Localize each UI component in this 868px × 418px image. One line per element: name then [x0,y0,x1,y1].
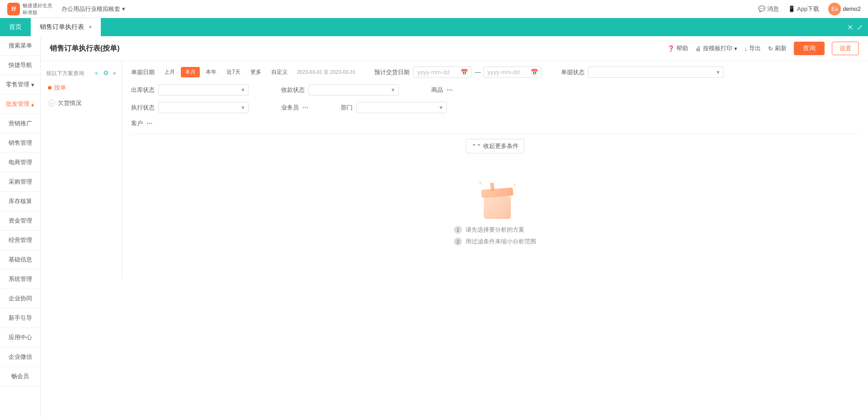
sidebar: 搜索菜单 快捷导航 零售管理 ▾ 批发管理 ▴ 营销推广 销售管理 电商管理 采… [0,36,41,418]
empty-steps: 1 请先选择要分析的方案 2 用过滤条件来缩小分析范围 [454,226,536,246]
sidebar-item-member[interactable]: 畅会员 [0,367,40,386]
empty-state: 1 请先选择要分析的方案 2 用过滤条件来缩小分析范围 [131,153,859,273]
filter-row-4: 客户 ··· [131,119,859,128]
filter-row-3: 执行状态 ▾ 业务员 ··· 部门 ▾ [131,102,859,113]
date-dash: — [475,69,481,76]
page-title: 销售订单执行表(按单) [50,44,120,53]
user-name: demo2 [843,5,861,12]
sidebar-item-new-guide[interactable]: 新手引导 [0,309,40,328]
expand-window-icon[interactable]: ⤢ [857,23,863,32]
user-profile[interactable]: Ea demo2 [828,3,861,15]
help-icon: ❓ [667,45,675,52]
date-tab-last-month[interactable]: 上月 [160,67,179,77]
sidebar-item-ecommerce[interactable]: 电商管理 [0,153,40,172]
chevron-down-icon: ▾ [31,81,34,88]
payment-select[interactable]: ▾ [308,84,399,95]
sidebar-item-wholesale-mgmt[interactable]: 批发管理 ▴ [0,95,40,114]
exec-status-select[interactable]: ▾ [158,102,249,113]
add-scheme-icon[interactable]: ＋ [93,69,99,77]
help-btn[interactable]: ❓ 帮助 [667,44,688,52]
sidebar-item-retail-mgmt[interactable]: 零售管理 ▾ [0,75,40,95]
salesman-dots-btn[interactable]: ··· [302,104,308,112]
calendar-end-icon: 📅 [531,69,538,76]
tab-sales-exec[interactable]: 销售订单执行表 × [31,18,101,36]
date-tab-more[interactable]: 更多 [246,67,265,77]
chevron-down-icon: ▾ [122,5,125,12]
sidebar-item-finance[interactable]: 资金管理 [0,211,40,231]
collapse-panel-icon[interactable]: « [113,69,116,77]
sidebar-item-inventory[interactable]: 库存核算 [0,192,40,211]
empty-step-2: 2 用过滤条件来缩小分析范围 [454,238,536,246]
filter-date-label: 单据日期 [131,68,155,76]
date-input-group: yyyy-mm-dd 📅 — yyyy-mm-dd 📅 [413,66,542,78]
date-tab-custom[interactable]: 自定义 [267,67,292,77]
filter-goods: 商品 ··· [431,86,453,94]
filter-row-1: 单据日期 上月 本月 本年 近7天 更多 自定义 2023-03-01 至 20… [131,66,859,78]
main-layout: 搜索菜单 快捷导航 零售管理 ▾ 批发管理 ▴ 营销推广 销售管理 电商管理 采… [0,36,868,418]
sidebar-item-sales-mgmt[interactable]: 销售管理 [0,133,40,153]
sidebar-item-app-center[interactable]: 应用中心 [0,328,40,347]
close-window-icon[interactable]: ✕ [847,23,853,32]
date-tab-this-month[interactable]: 本月 [181,67,200,77]
app-download-btn[interactable]: 📱 App下载 [788,5,819,13]
left-panel-header: 按以下方案查询 ＋ ⚙ « [41,66,122,80]
content-area: 销售订单执行表(按单) ❓ 帮助 🖨 按模板打印 ▾ ↓ 导出 ↻ 刷新 [41,36,868,418]
setting-button[interactable]: 设置 [832,42,859,55]
active-dot-icon [48,86,52,90]
tab-home[interactable]: 首页 [0,18,31,36]
scheme-by-order[interactable]: 按单 [41,80,122,95]
sidebar-item-enterprise-wechat[interactable]: 企业微信 [0,347,40,367]
sidebar-item-quick-nav[interactable]: 快捷导航 [0,56,40,75]
query-button[interactable]: 查询 [794,42,825,55]
date-tab-this-year[interactable]: 本年 [202,67,221,77]
chevron-up-icon: ▴ [31,101,34,108]
collapse-row: ⌃⌃ 收起更多条件 [131,139,859,153]
sidebar-item-sys-mgmt[interactable]: 系统管理 [0,270,40,289]
mobile-icon: 📱 [788,5,795,12]
left-panel-icons: ＋ ⚙ « [93,69,116,77]
sidebar-item-basic-info[interactable]: 基础信息 [0,250,40,270]
close-tab-icon[interactable]: × [89,24,92,30]
refresh-btn[interactable]: ↻ 刷新 [768,44,787,52]
filter-salesman: 业务员 ··· [281,104,308,112]
refresh-icon: ↻ [768,45,773,52]
sidebar-item-ops[interactable]: 经营管理 [0,231,40,250]
filter-status: 单据状态 ▾ [561,66,724,78]
filter-outbound: 出库状态 ▾ [131,84,249,95]
goods-dots-btn[interactable]: ··· [447,86,453,94]
date-tabs: 上月 本月 本年 近7天 更多 自定义 [160,67,292,77]
system-selector[interactable]: 办公用品行业模拟账套 ▾ [61,5,125,13]
status-select-arrow-icon: ▾ [717,69,720,76]
header-left: 好 畅捷通好生意 标准版 办公用品行业模拟账套 ▾ [7,2,125,15]
filter-customer: 客户 ··· [131,119,152,128]
outbound-select[interactable]: ▾ [158,84,249,95]
outbound-select-arrow-icon: ▾ [241,86,245,93]
filter-expected-delivery: 预计交货日期 yyyy-mm-dd 📅 — yyyy-mm-dd 📅 [374,66,542,78]
right-panel: 单据日期 上月 本月 本年 近7天 更多 自定义 2023-03-01 至 20… [122,61,868,278]
top-header: 好 畅捷通好生意 标准版 办公用品行业模拟账套 ▾ 💬 消息 📱 App下载 E… [0,0,868,18]
date-tab-last7days[interactable]: 近7天 [222,67,245,77]
logo-icon: 好 [7,3,20,15]
empty-illustration [477,180,513,217]
nav-tabs: 首页 销售订单执行表 × ✕ ⤢ [0,18,868,36]
sidebar-item-search-menu[interactable]: 搜索菜单 [0,36,40,56]
scheme-by-credit[interactable]: ○ 欠货情况 [41,95,122,111]
date-start-input[interactable]: yyyy-mm-dd 📅 [413,66,472,78]
export-btn[interactable]: ↓ 导出 [745,44,761,52]
print-btn[interactable]: 🖨 按模板打印 ▾ [695,44,737,52]
date-end-input[interactable]: yyyy-mm-dd 📅 [483,66,542,78]
sidebar-item-purchase[interactable]: 采购管理 [0,172,40,192]
filter-exec-status: 执行状态 ▾ [131,102,249,113]
logo-text: 畅捷通好生意 标准版 [23,2,52,15]
sidebar-item-marketing[interactable]: 营销推广 [0,114,40,133]
dept-select[interactable]: ▾ [356,102,447,113]
message-btn[interactable]: 💬 消息 [758,5,779,13]
status-select[interactable]: ▾ [588,66,724,78]
collapse-btn[interactable]: ⌃⌃ 收起更多条件 [466,139,524,153]
customer-dots-btn[interactable]: ··· [146,119,152,128]
edit-scheme-icon[interactable]: ⚙ [103,69,109,77]
dept-arrow-icon: ▾ [439,104,443,111]
filter-divider [131,134,859,134]
sidebar-item-enterprise[interactable]: 企业协同 [0,289,40,309]
avatar: Ea [828,3,841,15]
